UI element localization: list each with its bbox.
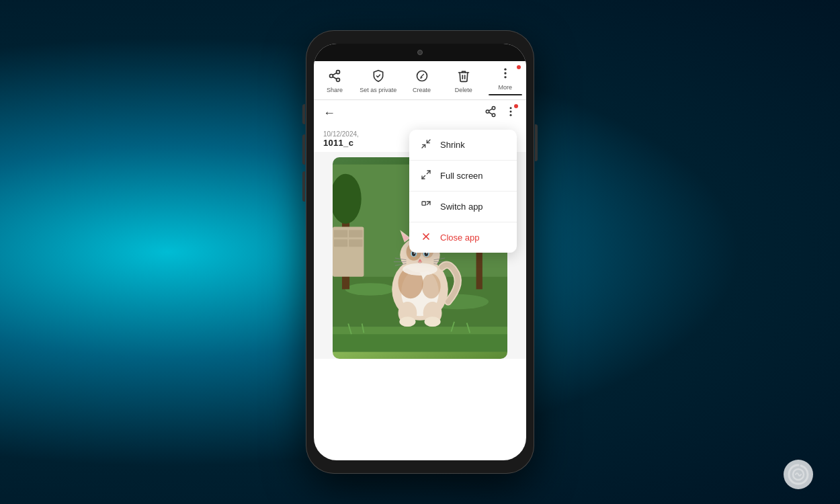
share-header-button[interactable] — [485, 106, 497, 121]
svg-point-15 — [510, 111, 512, 113]
fullscreen-icon — [420, 169, 432, 182]
svg-point-14 — [510, 107, 512, 109]
volume-up-button — [302, 134, 305, 165]
content-area: ← — [314, 100, 526, 359]
more-button[interactable]: More — [489, 67, 522, 95]
fullscreen-menu-item[interactable]: Full screen — [409, 161, 517, 191]
svg-point-16 — [510, 114, 512, 116]
delete-button[interactable]: Delete — [447, 69, 480, 93]
svg-rect-26 — [334, 230, 347, 237]
svg-point-58 — [403, 263, 437, 276]
set-as-private-label: Set as private — [360, 87, 396, 93]
share-button[interactable]: Share — [318, 69, 351, 93]
back-button[interactable]: ← — [323, 106, 335, 120]
fullscreen-label: Full screen — [440, 171, 483, 181]
more-dot-badge — [517, 65, 521, 69]
share-label: Share — [327, 87, 343, 93]
more-label: More — [499, 84, 513, 91]
header-actions — [485, 106, 517, 121]
svg-line-67 — [427, 171, 430, 174]
svg-line-13 — [489, 109, 492, 111]
power-button — [535, 124, 538, 161]
svg-rect-60 — [333, 334, 507, 351]
svg-line-12 — [489, 112, 492, 114]
svg-point-6 — [504, 69, 506, 71]
switch-app-icon — [420, 200, 432, 213]
action-toolbar: Share Set as private — [314, 61, 526, 100]
camera-dot — [417, 50, 423, 55]
secondary-header: ← — [314, 100, 526, 126]
svg-rect-29 — [349, 239, 362, 247]
switch-app-menu-item[interactable]: Switch app — [409, 192, 517, 222]
close-app-menu-item[interactable]: Close app — [409, 222, 517, 253]
svg-rect-28 — [334, 239, 347, 247]
active-indicator — [490, 94, 521, 95]
more-vert-icon — [499, 67, 512, 82]
svg-point-56 — [399, 317, 415, 327]
svg-rect-27 — [349, 230, 362, 237]
shrink-icon — [420, 138, 432, 151]
volume-down-button — [302, 171, 305, 202]
svg-line-68 — [422, 175, 425, 179]
svg-rect-69 — [422, 202, 425, 205]
share-icon — [328, 69, 341, 85]
svg-line-4 — [333, 73, 337, 75]
create-label: Create — [413, 87, 431, 93]
svg-point-33 — [422, 274, 441, 298]
phone-frame: Share Set as private — [306, 30, 534, 474]
phone-screen: Share Set as private — [314, 44, 526, 460]
svg-point-7 — [504, 72, 506, 74]
watermark-logo — [784, 460, 813, 489]
create-button[interactable]: Create — [405, 69, 439, 93]
dropdown-menu: Shrink Full screen — [409, 130, 517, 253]
volume-silent-button — [302, 104, 305, 124]
close-app-icon — [420, 231, 432, 244]
svg-line-3 — [333, 77, 337, 79]
svg-point-57 — [425, 317, 441, 327]
set-as-private-button[interactable]: Set as private — [360, 69, 396, 93]
svg-line-66 — [427, 140, 430, 143]
create-icon — [415, 69, 429, 85]
svg-point-8 — [504, 76, 506, 78]
more-header-button[interactable] — [505, 106, 517, 121]
switch-app-label: Switch app — [440, 202, 483, 212]
status-bar — [314, 44, 526, 61]
header-more-dot — [514, 104, 518, 108]
svg-point-19 — [345, 283, 395, 296]
delete-icon — [457, 69, 470, 85]
shrink-label: Shrink — [440, 140, 465, 150]
shield-icon — [372, 69, 385, 85]
shrink-menu-item[interactable]: Shrink — [409, 130, 517, 160]
delete-label: Delete — [455, 87, 472, 93]
svg-line-65 — [422, 144, 425, 148]
close-app-label: Close app — [440, 233, 480, 243]
